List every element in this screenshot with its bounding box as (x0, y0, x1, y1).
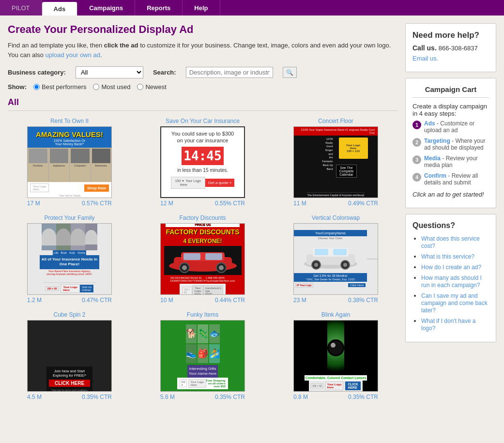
radio-input-best[interactable] (33, 84, 40, 90)
ad-title-cube-spin[interactable]: Cube Spin 2 (53, 311, 85, 318)
upload-ad-link[interactable]: upload your own ad (46, 51, 100, 59)
step-link-ads[interactable]: Ads (424, 120, 435, 127)
ad-title-blink-again[interactable]: Blink Again (321, 311, 350, 318)
nav-item-pilot[interactable]: PILOT (0, 0, 42, 15)
question-link-3[interactable]: How do I create an ad? (421, 264, 481, 271)
desc-text-start: Find an ad template you like, then (8, 42, 104, 49)
campaign-cart-box: Campaign Cart Create a display campaign … (405, 78, 496, 208)
ad-image-rent-to-own[interactable]: AMAZING VALUES! 100% Satisfaction Or You… (27, 126, 112, 198)
ad-impressions-funky-items: 5.6 M (160, 394, 175, 400)
nav-item-help[interactable]: Help (183, 0, 220, 15)
question-link-6[interactable]: What if I don't have a logo? (421, 318, 475, 332)
help-call-label: Call us. (412, 44, 439, 52)
question-link-1[interactable]: What does this service cost? (421, 235, 480, 249)
rent-logo-placeholder: Your LogoHere (30, 183, 49, 192)
ad-impressions-protect-family: 1.2 M (27, 297, 42, 304)
ad-ctr-blink-again: 0.35% CTR (348, 394, 378, 400)
step-link-confirm[interactable]: Confirm (424, 172, 446, 179)
blink-click-btn[interactable]: CLICKHERE (345, 382, 360, 390)
cart-steps-list: 1 Ads - Customize or upload an ad 2 Targ… (412, 120, 489, 186)
question-link-5[interactable]: Can I save my ad and campaign and come b… (421, 292, 488, 314)
cart-step-2-text: Targeting - Where your ad should be disp… (424, 137, 489, 151)
question-link-4[interactable]: How many ads should I run in each campai… (421, 275, 482, 289)
ad-stats-factory-discounts: 10 M 0.44% CTR (160, 297, 245, 304)
search-input[interactable] (186, 67, 273, 78)
ad-title-funky-items[interactable]: Funky Items (187, 311, 218, 318)
nav-item-ads[interactable]: Ads (42, 2, 78, 15)
nav-item-reports[interactable]: Reports (135, 0, 183, 15)
ad-ctr-car-insurance: 0.55% CTR (215, 200, 245, 207)
radio-newest[interactable]: Newest (137, 83, 166, 91)
rent-subtitle2: Your Money Back!* (30, 142, 109, 146)
question-item-6: What if I don't have a logo? (421, 317, 489, 332)
swatch-white[interactable] (367, 259, 378, 260)
campaign-cart-title: Campaign Cart (412, 85, 489, 98)
vert-color-swatches (367, 259, 378, 260)
ad-card-concert-floor: Concert Floor 12/20 Your Super Awesome B… (274, 118, 397, 207)
radio-most-used[interactable]: Most used (93, 83, 130, 91)
ad-image-blink-again[interactable]: Comfortable, Colored Contact Lenses 200 … (293, 320, 378, 392)
ad-title-protect-family[interactable]: Protect Your Family (44, 214, 94, 221)
ad-stats-blink-again: 0.8 M 0.35% CTR (293, 394, 378, 400)
search-icon: 🔍 (286, 69, 293, 76)
ad-impressions-vertical-colorswap: 23 M (293, 297, 306, 304)
ad-card-rent-to-own: Rent To Own II AMAZING VALUES! 100% Sati… (8, 118, 131, 207)
nav-label-pilot: PILOT (12, 4, 30, 12)
rent-shop-btn[interactable]: Shop Now (84, 184, 109, 192)
step-link-media[interactable]: Media (424, 155, 441, 162)
radio-input-most[interactable] (93, 84, 99, 90)
ad-image-protect-family[interactable]: Life Boat Auto Home All of Your Insuranc… (27, 223, 112, 295)
ins-bottom-row: 150 ✦ Your Logo Here Get a quote » (171, 177, 235, 189)
vert-main-area: YourCompanyName Choose Your Color: (294, 230, 367, 289)
question-link-2[interactable]: What is this service? (421, 253, 474, 260)
radio-input-newest[interactable] (137, 84, 143, 90)
ad-image-vertical-colorswap[interactable]: YourCompanyName Choose Your Color: (293, 223, 378, 295)
ad-stats-protect-family: 1.2 M 0.47% CTR (27, 297, 112, 304)
ad-image-concert-floor[interactable]: 12/20 Your Super Awesome Band #1 w/guest… (293, 126, 378, 198)
ad-title-vertical-colorswap[interactable]: Vertical Colorswap (312, 214, 360, 221)
svg-rect-3 (183, 253, 200, 260)
ad-image-cube-spin[interactable]: Join Now and StartExploring for FREE!* C… (27, 320, 112, 392)
filters-row: Business category: All Search: 🔍 (8, 66, 397, 78)
ad-image-car-insurance[interactable]: You could save up to $300on your car ins… (160, 126, 245, 198)
ad-stats-car-insurance: 12 M 0.55% CTR (160, 200, 245, 207)
rent-item-furniture: Furniture (28, 148, 49, 183)
search-button[interactable]: 🔍 (283, 67, 297, 78)
ad-ctr-vertical-colorswap: 0.38% CTR (348, 297, 378, 304)
ad-card-car-insurance: Save On Your Car Insurance You could sav… (141, 118, 264, 207)
ad-image-factory-discounts[interactable]: PRICE US FACTORY DISCOUNTS 4 EVERYONE! (160, 223, 245, 295)
nav-item-campaigns[interactable]: Campaigns (77, 0, 135, 15)
ad-stats-rent-to-own: 17 M 0.57% CTR (27, 200, 112, 207)
rent-items-row: Furniture Appliances Computers Electroni… (28, 148, 111, 183)
ad-image-funky-items[interactable]: 🐕 🦎 🐟 👟 🎒 🏄 Interesting GiftsYour-name-h… (160, 320, 245, 392)
cube-click-btn[interactable]: CLICK HERE (49, 380, 90, 387)
radio-label-best: Best performers (42, 83, 86, 91)
ad-title-concert-floor[interactable]: Concert Floor (318, 118, 353, 124)
ins-quote-btn[interactable]: Get a quote » (205, 179, 234, 187)
category-select[interactable]: All (76, 66, 143, 78)
ad-title-car-insurance[interactable]: Save On Your Car Insurance (166, 118, 240, 124)
content-area: Create Your Personalized Display Ad Find… (8, 23, 397, 400)
sidebar: Need more help? Call us. 866-308-6837 Em… (405, 23, 496, 400)
family-subtext: Your-Name-Here Insurance Agency,serving … (46, 269, 93, 276)
step-link-targeting[interactable]: Targeting (424, 137, 450, 144)
ad-grid: Rent To Own II AMAZING VALUES! 100% Sati… (8, 118, 397, 400)
concert-logo: Your LogoHere150 × 113 (339, 137, 368, 159)
question-item-2: What is this service? (421, 253, 489, 260)
rent-disclaimer: * See Site for Details (28, 194, 111, 198)
show-filters-row: Show: Best performers Most used Newest (8, 83, 397, 91)
radio-best-performers[interactable]: Best performers (33, 83, 86, 91)
question-item-1: What does this service cost? (421, 235, 489, 249)
ad-title-factory-discounts[interactable]: Factory Discounts (179, 214, 226, 221)
ad-card-blink-again: Blink Again Comfortable, Colored Contact… (274, 311, 397, 400)
ad-impressions-rent-to-own: 17 M (27, 200, 40, 207)
svg-rect-4 (205, 253, 222, 260)
section-heading: All (8, 97, 397, 111)
ad-title-rent-to-own[interactable]: Rent To Own II (50, 118, 89, 124)
help-call: Call us. 866-308-6837 (412, 44, 489, 52)
nav-label-reports: Reports (147, 4, 170, 12)
help-email-link[interactable]: Email us. (412, 55, 438, 62)
cube-bottom-area: Join Now and StartExploring for FREE!* C… (46, 367, 92, 392)
vert-car-display (294, 240, 367, 273)
concert-tagline: The Entertainment Capital of Anytown-wic… (306, 192, 366, 198)
